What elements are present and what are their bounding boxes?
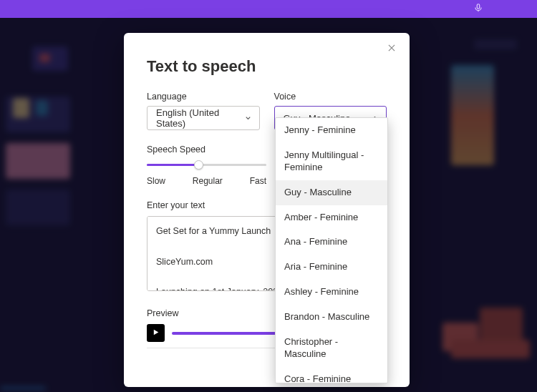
close-icon [384, 43, 400, 53]
voice-option[interactable]: Aria - Feminine [276, 255, 387, 280]
voice-option[interactable]: Christopher - Masculine [276, 330, 387, 367]
speed-label: Speech Speed [147, 144, 266, 155]
close-button[interactable] [384, 43, 400, 59]
voice-option[interactable]: Guy - Masculine [276, 180, 387, 205]
modal-title: Text to speech [147, 57, 387, 76]
speed-tick-slow: Slow [147, 176, 165, 186]
voice-option[interactable]: Jenny - Feminine [276, 118, 387, 143]
voice-option[interactable]: Amber - Feminine [276, 205, 387, 230]
app-topbar [0, 0, 537, 18]
voice-dropdown-list[interactable]: Jenny - FeminineJenny Multilingual - Fem… [276, 118, 387, 383]
speed-slider[interactable] [147, 159, 266, 170]
voice-option[interactable]: Jenny Multilingual - Feminine [276, 143, 387, 180]
voice-label: Voice [274, 92, 387, 102]
speed-tick-fast: Fast [250, 176, 266, 186]
language-selected-value: English (United States) [156, 107, 219, 129]
speech-speed-field: Speech Speed Slow Regular Fast [147, 144, 266, 186]
voice-option[interactable]: Ana - Feminine [276, 230, 387, 255]
svg-rect-0 [477, 4, 480, 9]
chevron-down-icon [244, 114, 252, 122]
slider-thumb[interactable] [194, 160, 203, 170]
language-field: Language English (United States) [147, 92, 260, 130]
voice-option[interactable]: Brandon - Masculine [276, 305, 387, 330]
speed-tick-regular: Regular [193, 176, 223, 186]
microphone-icon[interactable] [473, 3, 483, 16]
language-select[interactable]: English (United States) [147, 106, 260, 130]
play-icon [151, 327, 160, 340]
voice-option[interactable]: Cora - Feminine [276, 367, 387, 383]
language-label: Language [147, 92, 260, 102]
voice-dropdown: Jenny - FeminineJenny Multilingual - Fem… [275, 117, 388, 383]
play-button[interactable] [147, 324, 165, 342]
voice-option[interactable]: Ashley - Feminine [276, 280, 387, 305]
